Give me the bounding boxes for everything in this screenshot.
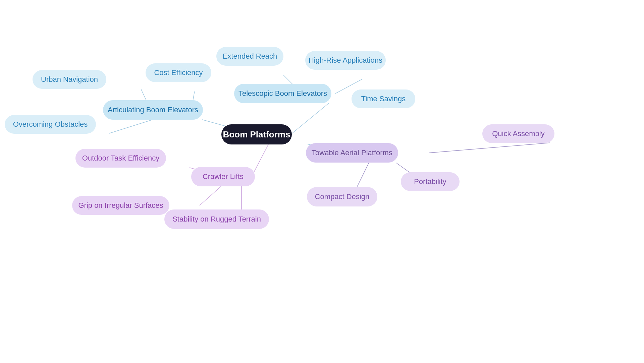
node-cost-efficiency: Cost Efficiency	[146, 63, 211, 82]
node-compact-design: Compact Design	[307, 187, 377, 206]
node-high-rise: High-Rise Applications	[305, 51, 386, 70]
node-towable: Towable Aerial Platforms	[306, 143, 398, 163]
node-articulating: Articulating Boom Elevators	[103, 100, 203, 120]
node-crawler: Crawler Lifts	[191, 167, 255, 186]
svg-line-10	[429, 143, 550, 153]
node-telescopic: Telescopic Boom Elevators	[234, 84, 331, 103]
node-quick-assembly: Quick Assembly	[482, 124, 554, 143]
node-grip: Grip on Irregular Surfaces	[72, 196, 169, 215]
mindmap-container: Boom Platforms Telescopic Boom Elevators…	[0, 0, 644, 363]
node-portability: Portability	[401, 172, 460, 191]
node-overcoming: Overcoming Obstacles	[5, 115, 96, 134]
svg-line-14	[200, 186, 221, 205]
node-time-savings: Time Savings	[352, 89, 415, 108]
svg-line-3	[252, 144, 268, 177]
node-outdoor-task: Outdoor Task Efficiency	[75, 149, 166, 168]
svg-line-9	[109, 120, 153, 133]
node-stability: Stability on Rugged Terrain	[164, 209, 269, 229]
center-node: Boom Platforms	[221, 124, 292, 144]
node-urban-navigation: Urban Navigation	[33, 70, 106, 89]
node-extended-reach: Extended Reach	[216, 47, 283, 66]
svg-line-0	[291, 103, 329, 134]
